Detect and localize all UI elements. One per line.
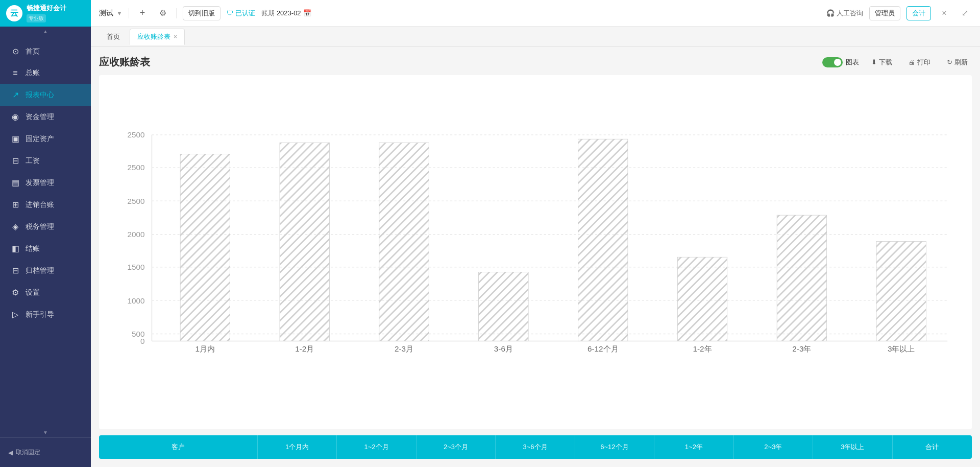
add-company-button[interactable]: + [135,6,150,20]
bar-3年以上 [876,242,926,341]
invoice-icon: ▤ [10,178,20,188]
sidebar-bottom: ◀ 取消固定 [0,437,91,467]
report-icon: ↗ [10,90,20,100]
topbar-close-button[interactable]: × [937,6,951,20]
topbar-settings-button[interactable]: ⚙ [156,6,170,20]
topbar-right: 🎧 人工咨询 管理员 会计 × ⤢ [826,6,972,20]
project-selector[interactable]: 测试 ▼ [99,9,122,18]
sidebar-item-home[interactable]: ⊙ 首页 [0,40,91,62]
sidebar-item-label: 资金管理 [26,112,54,122]
download-button[interactable]: ⬇ 下载 [867,56,896,69]
period-selector[interactable]: 账期 2023-02 📅 [261,9,311,18]
sidebar-nav: ⊙ 首页 ≡ 总账 ↗ 报表中心 ◉ 资金管理 ▣ 固定资产 ⊟ 工资 ▤ 发票… [0,36,91,428]
sidebar-item-label: 税务管理 [26,222,54,231]
topbar-divider-1 [129,8,129,18]
sidebar-item-salary[interactable]: ⊟ 工资 [0,150,91,172]
fund-icon: ◉ [10,112,20,122]
sidebar-item-label: 结账 [26,244,40,253]
svg-text:2500: 2500 [128,197,145,205]
sidebar-item-trade[interactable]: ⊞ 进销台账 [0,194,91,216]
table-col-2-3m: 2~3个月 [416,435,496,459]
tab-close-icon[interactable]: × [174,34,177,40]
topbar-expand-button[interactable]: ⤢ [958,6,972,20]
cancel-fixed-button[interactable]: ◀ 取消固定 [0,443,91,462]
legacy-version-button[interactable]: 切到旧版 [183,6,220,20]
svg-text:2500: 2500 [128,130,145,139]
bar-1月内 [180,154,230,341]
download-icon: ⬇ [871,58,877,66]
sidebar-item-label: 归档管理 [26,266,54,275]
table-col-2-3y: 2~3年 [734,435,813,459]
chart-toggle-container: 图表 [822,57,859,67]
svg-text:0: 0 [140,337,145,345]
tab-bar: 首页 应收账龄表 × [91,27,980,47]
sidebar-item-label: 设置 [26,288,40,297]
svg-text:2500: 2500 [128,163,145,172]
svg-text:2-3年: 2-3年 [792,344,811,353]
chart-toggle[interactable] [822,57,843,67]
refresh-icon: ↻ [947,58,952,66]
table-col-6-12m: 6~12个月 [575,435,654,459]
page-actions: 图表 ⬇ 下载 🖨 打印 ↻ 刷新 [822,56,972,69]
sidebar-item-report[interactable]: ↗ 报表中心 [0,84,91,106]
table-col-3-6m: 3~6个月 [496,435,575,459]
sidebar-item-close[interactable]: ◧ 结账 [0,238,91,260]
sidebar-item-tax[interactable]: ◈ 税务管理 [0,216,91,238]
chevron-down-icon: ▼ [116,10,122,17]
sidebar-item-fund[interactable]: ◉ 资金管理 [0,106,91,128]
topbar: 测试 ▼ + ⚙ 切到旧版 🛡 已认证 账期 2023-02 📅 🎧 人工咨询 [91,0,980,27]
sidebar-item-label: 报表中心 [26,90,54,100]
topbar-divider-2 [176,8,177,18]
sidebar-item-settings[interactable]: ⚙ 设置 [0,282,91,303]
sidebar-item-asset[interactable]: ▣ 固定资产 [0,128,91,150]
bar-2-3年 [777,215,826,341]
table-col-3y-plus: 3年以上 [813,435,892,459]
page-header: 应收账龄表 图表 ⬇ 下载 🖨 打印 ↻ 刷新 [99,55,972,69]
table-col-customer: 客户 [99,435,258,459]
scroll-down-indicator: ▼ [0,428,91,437]
home-icon: ⊙ [10,46,20,56]
ledger-icon: ≡ [10,68,20,78]
tab-home-label: 首页 [107,32,120,41]
chart-toggle-label: 图表 [846,58,859,67]
sidebar-item-label: 固定资产 [26,134,54,144]
page-title: 应收账龄表 [99,55,150,69]
salary-icon: ⊟ [10,156,20,166]
table-col-1m: 1个月内 [258,435,337,459]
scroll-up-indicator: ▲ [0,27,91,36]
pin-icon: ◀ [8,449,13,456]
svg-text:1-2月: 1-2月 [295,344,314,353]
sidebar-item-label: 进销台账 [26,200,54,209]
bar-2-3月 [379,143,429,341]
tab-home[interactable]: 首页 [99,29,128,45]
role-button[interactable]: 会计 [906,6,931,20]
sidebar-item-archive[interactable]: ⊟ 归档管理 [0,260,91,282]
svg-text:1500: 1500 [128,263,145,271]
svg-text:6-12个月: 6-12个月 [587,344,619,353]
manager-button[interactable]: 管理员 [869,6,900,20]
tab-aging[interactable]: 应收账龄表 × [130,29,185,45]
plus-icon: + [140,8,145,18]
bar-6-12月 [578,139,628,341]
sidebar-item-guide[interactable]: ▷ 新手引导 [0,303,91,325]
period-label: 账期 [261,9,275,18]
print-icon: 🖨 [909,58,915,66]
table-col-1-2m: 1~2个月 [337,435,416,459]
svg-text:2-3月: 2-3月 [395,344,413,353]
sidebar-item-ledger[interactable]: ≡ 总账 [0,62,91,84]
trade-icon: ⊞ [10,200,20,209]
settings-icon: ⚙ [10,288,20,297]
svg-text:1-2年: 1-2年 [693,344,712,353]
tab-aging-label: 应收账龄表 [137,32,170,41]
print-button[interactable]: 🖨 打印 [904,56,935,69]
expand-icon: ⤢ [962,8,968,18]
refresh-button[interactable]: ↻ 刷新 [943,56,972,69]
close-accounts-icon: ◧ [10,244,20,253]
project-name: 测试 [99,9,113,18]
shield-icon: 🛡 [227,9,233,17]
certified-badge: 🛡 已认证 [227,9,255,18]
sidebar-item-label: 新手引导 [26,310,54,319]
sidebar-item-invoice[interactable]: ▤ 发票管理 [0,172,91,194]
consult-button[interactable]: 🎧 人工咨询 [826,9,863,18]
bar-1-2年 [677,257,727,341]
